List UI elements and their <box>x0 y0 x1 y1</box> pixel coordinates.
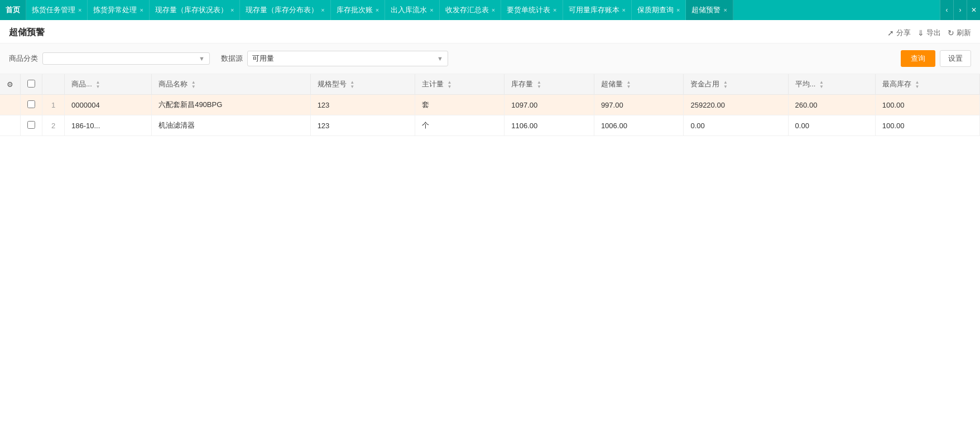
close-order-stats[interactable]: × <box>553 7 556 13</box>
data-source-arrow-icon: ▼ <box>437 55 443 62</box>
filter-area: 商品分类 ▼ 数据源 可用量 ▼ 查询 设置 <box>0 43 980 74</box>
row-max-stock: 100.00 <box>875 95 979 115</box>
table-row: 2 186-10... 机油滤清器 123 个 1106.00 1006.00 … <box>0 115 980 136</box>
close-inout-flow[interactable]: × <box>430 7 433 13</box>
row-avg: 260.00 <box>788 95 875 115</box>
row-product-name: 六配套新昌490BPG <box>152 95 310 115</box>
row-spec: 123 <box>310 115 415 136</box>
share-icon: ➚ <box>887 28 894 37</box>
close-batch-account[interactable]: × <box>376 7 379 13</box>
th-unit[interactable]: 主计量 ▲▼ <box>415 74 505 95</box>
row-unit: 套 <box>415 95 505 115</box>
nav-arrow-close[interactable]: ✕ <box>967 0 980 20</box>
nav-arrow-container: ‹ › ✕ <box>940 0 980 20</box>
close-inventory-status[interactable]: × <box>230 7 234 13</box>
settings-button[interactable]: 设置 <box>940 50 971 67</box>
top-navigation: 首页 拣货任务管理 × 拣货异常处理 × 现存量（库存状况表） × 现存量（库存… <box>0 0 980 20</box>
table-row: 1 0000004 六配套新昌490BPG 123 套 1097.00 997.… <box>0 95 980 115</box>
row-number: 1 <box>42 95 65 115</box>
row-checkbox-0[interactable] <box>27 100 35 108</box>
close-collect-summary[interactable]: × <box>492 7 495 13</box>
nav-item-quality-check[interactable]: 保质期查询 × <box>632 0 686 20</box>
nav-item-abnormal[interactable]: 拣货异常处理 × <box>88 0 149 20</box>
table-container: ⚙ 商品... ▲▼ 商品名称 ▲▼ 规格型号 <box>0 74 980 136</box>
row-gear-cell <box>0 115 21 136</box>
th-capital[interactable]: 资金占用 ▲▼ <box>684 74 788 95</box>
row-product-name: 机油滤清器 <box>152 115 310 136</box>
th-gear[interactable]: ⚙ <box>0 74 21 95</box>
row-overstock: 997.00 <box>594 95 684 115</box>
product-category-label: 商品分类 <box>9 54 38 64</box>
th-checkbox <box>21 74 42 95</box>
th-row-num <box>42 74 65 95</box>
row-unit: 个 <box>415 115 505 136</box>
th-avg[interactable]: 平均... ▲▼ <box>788 74 875 95</box>
th-inventory[interactable]: 库存量 ▲▼ <box>505 74 594 95</box>
th-max-stock[interactable]: 最高库存 ▲▼ <box>875 74 979 95</box>
row-avg: 0.00 <box>788 115 875 136</box>
sort-product-name-icon: ▲▼ <box>191 80 196 89</box>
th-product-name[interactable]: 商品名称 ▲▼ <box>152 74 310 95</box>
row-capital: 0.00 <box>684 115 788 136</box>
row-overstock: 1006.00 <box>594 115 684 136</box>
th-product-code[interactable]: 商品... ▲▼ <box>65 74 152 95</box>
nav-arrow-right[interactable]: › <box>953 0 967 20</box>
export-icon: ⇓ <box>917 28 924 37</box>
nav-item-inout-flow[interactable]: 出入库流水 × <box>385 0 439 20</box>
select-all-checkbox[interactable] <box>27 80 35 88</box>
row-checkbox-1[interactable] <box>27 121 35 129</box>
sort-unit-icon: ▲▼ <box>447 80 451 89</box>
page-container: 超储预警 ➚ 分享 ⇓ 导出 ↻ 刷新 商品分类 ▼ 数据源 <box>0 20 980 136</box>
filter-group-category: 商品分类 ▼ <box>9 52 210 65</box>
nav-item-inventory-status[interactable]: 现存量（库存状况表） × <box>150 0 240 20</box>
nav-item-overstock-warning[interactable]: 超储预警 × <box>686 0 733 20</box>
row-product-code: 186-10... <box>65 115 152 136</box>
refresh-button[interactable]: ↻ 刷新 <box>948 28 971 38</box>
close-overstock-warning[interactable]: × <box>723 7 727 13</box>
product-category-arrow-icon: ▼ <box>199 55 205 62</box>
sort-max-stock-icon: ▲▼ <box>915 80 919 89</box>
query-button[interactable]: 查询 <box>901 50 935 67</box>
page-actions: ➚ 分享 ⇓ 导出 ↻ 刷新 <box>887 28 971 38</box>
row-product-code: 0000004 <box>65 95 152 115</box>
row-gear-cell <box>0 95 21 115</box>
row-inventory: 1106.00 <box>505 115 594 136</box>
close-abnormal[interactable]: × <box>140 7 143 13</box>
close-available-account[interactable]: × <box>622 7 626 13</box>
export-button[interactable]: ⇓ 导出 <box>917 28 941 38</box>
share-button[interactable]: ➚ 分享 <box>887 28 911 38</box>
page-header: 超储预警 ➚ 分享 ⇓ 导出 ↻ 刷新 <box>0 20 980 43</box>
th-overstock[interactable]: 超储量 ▲▼ <box>594 74 684 95</box>
row-number: 2 <box>42 115 65 136</box>
nav-item-batch-account[interactable]: 库存批次账 × <box>331 0 385 20</box>
nav-item-order-stats[interactable]: 要货单统计表 × <box>501 0 563 20</box>
data-source-value: 可用量 <box>252 54 433 64</box>
gear-header-icon: ⚙ <box>7 80 13 89</box>
page-title: 超储预警 <box>9 27 45 38</box>
nav-item-collect-summary[interactable]: 收发存汇总表 × <box>440 0 501 20</box>
nav-item-inventory-dist[interactable]: 现存量（库存分布表） × <box>240 0 330 20</box>
nav-item-task-mgmt[interactable]: 拣货任务管理 × <box>26 0 88 20</box>
th-spec[interactable]: 规格型号 ▲▼ <box>310 74 415 95</box>
close-task-mgmt[interactable]: × <box>78 7 81 13</box>
filter-actions: 查询 设置 <box>901 50 971 67</box>
refresh-icon: ↻ <box>948 28 954 37</box>
nav-item-home[interactable]: 首页 <box>0 0 26 20</box>
data-source-select[interactable]: 可用量 ▼ <box>247 51 448 66</box>
sort-overstock-icon: ▲▼ <box>627 80 631 89</box>
data-source-label: 数据源 <box>221 54 243 64</box>
nav-arrow-left[interactable]: ‹ <box>940 0 953 20</box>
close-inventory-dist[interactable]: × <box>321 7 324 13</box>
row-checkbox-cell[interactable] <box>21 95 42 115</box>
nav-item-available-account[interactable]: 可用量库存账本 × <box>563 0 632 20</box>
row-inventory: 1097.00 <box>505 95 594 115</box>
data-table: ⚙ 商品... ▲▼ 商品名称 ▲▼ 规格型号 <box>0 74 980 136</box>
row-checkbox-cell[interactable] <box>21 115 42 136</box>
sort-spec-icon: ▲▼ <box>350 80 354 89</box>
table-body: 1 0000004 六配套新昌490BPG 123 套 1097.00 997.… <box>0 95 980 136</box>
sort-product-code-icon: ▲▼ <box>95 80 100 89</box>
filter-group-datasource: 数据源 可用量 ▼ <box>221 51 448 66</box>
sort-avg-icon: ▲▼ <box>819 80 824 89</box>
close-quality-check[interactable]: × <box>676 7 680 13</box>
product-category-select[interactable]: ▼ <box>42 52 210 65</box>
